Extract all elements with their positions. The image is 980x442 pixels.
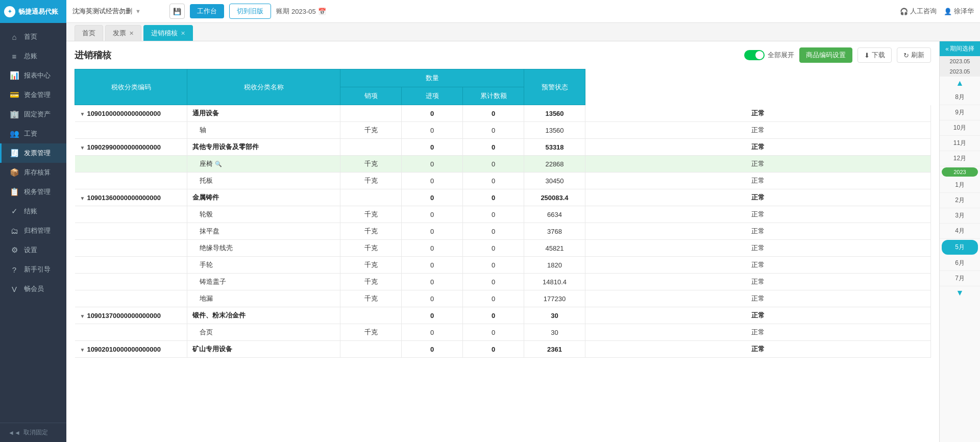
table-row: ▼10902990000000000000 其他专用设备及零部件 0 0 533…	[75, 139, 931, 156]
period-month-item[interactable]: 12月	[940, 151, 980, 166]
logo-icon: ✦	[4, 6, 15, 17]
period-month-item[interactable]: 2023	[942, 167, 978, 177]
total-cell: 2361	[524, 341, 585, 358]
sidebar-item-tax[interactable]: 📋 税务管理	[0, 182, 66, 202]
tab-close-icon[interactable]: ✕	[181, 30, 185, 37]
period-month-item[interactable]: 1月	[940, 178, 980, 193]
settings-icon: ⚙	[10, 245, 19, 255]
sidebar-item-funds[interactable]: 💳 资金管理	[0, 85, 66, 105]
user-info[interactable]: 👤 徐泽华	[944, 7, 974, 16]
collapse-arrow-icon[interactable]: ▼	[80, 111, 85, 117]
workspace-button[interactable]: 工作台	[190, 4, 224, 18]
sidebar-item-invoice[interactable]: 🧾 发票管理	[0, 143, 66, 163]
save-icon-btn[interactable]: 💾	[169, 4, 185, 19]
table-row: 绝缘导线壳 千克 0 0 45821 正常	[75, 240, 931, 257]
period-header[interactable]: « 期间选择	[940, 41, 980, 56]
period-scroll-up[interactable]: ▲	[940, 77, 980, 90]
status-cell: 正常	[585, 173, 931, 189]
guide-icon: ?	[10, 265, 19, 274]
sidebar-item-assets[interactable]: 🏢 固定资产	[0, 105, 66, 124]
calendar-icon: 📅	[318, 8, 326, 15]
sidebar-item-label-settings: 设置	[24, 245, 37, 255]
product-code-btn[interactable]: 商品编码设置	[799, 47, 852, 63]
table-row: 轮毂 千克 0 0 6634 正常	[75, 206, 931, 223]
switch-version-button[interactable]: 切到旧版	[229, 4, 271, 19]
purchase-qty-cell: 0	[463, 206, 524, 223]
sale-qty-cell: 0	[402, 290, 463, 307]
sidebar-item-ledger[interactable]: ≡ 总账	[0, 46, 66, 66]
sidebar-item-guide[interactable]: ? 新手引导	[0, 260, 66, 279]
period-month-item[interactable]: 6月	[940, 256, 980, 271]
period-value: 2023-05	[291, 8, 316, 15]
sidebar-item-inventory[interactable]: 📦 库存核算	[0, 163, 66, 182]
tab-发票[interactable]: 发票✕	[105, 25, 141, 41]
purchase-qty-cell: 0	[463, 257, 524, 274]
collapse-arrow-icon[interactable]: ▼	[80, 195, 85, 201]
status-cell: 正常	[585, 274, 931, 290]
unit-cell: 千克	[340, 173, 402, 189]
period-month-item[interactable]: 5月	[942, 240, 978, 255]
payroll-icon: 👥	[10, 129, 19, 138]
status-cell: 正常	[585, 105, 931, 122]
period-month-item[interactable]: 7月	[940, 271, 980, 286]
total-cell: 30	[524, 307, 585, 324]
invoice-icon: 🧾	[10, 149, 19, 158]
sidebar-item-archive[interactable]: 🗂 归档管理	[0, 221, 66, 240]
sidebar-item-settlement[interactable]: ✓ 结账	[0, 202, 66, 221]
table-row: 地漏 千克 0 0 177230 正常	[75, 290, 931, 307]
sidebar-item-settings[interactable]: ⚙ 设置	[0, 240, 66, 260]
collapse-arrow-icon[interactable]: ▼	[80, 145, 85, 151]
download-btn[interactable]: ⬇ 下载	[857, 47, 892, 63]
purchase-qty-cell: 0	[463, 223, 524, 240]
purchase-qty-cell: 0	[463, 189, 524, 206]
sale-qty-cell: 0	[402, 341, 463, 358]
period-month-item[interactable]: 11月	[940, 136, 980, 151]
company-selector[interactable]: 沈海英测试经营勿删 ▼	[72, 7, 164, 16]
period-scroll-down[interactable]: ▼	[940, 286, 980, 300]
th-qty-purchase: 进项	[402, 87, 463, 105]
period-month-item[interactable]: 2月	[940, 193, 980, 208]
sale-qty-cell: 0	[402, 156, 463, 173]
tab-首页[interactable]: 首页	[75, 25, 103, 41]
tab-close-icon[interactable]: ✕	[129, 30, 134, 37]
collapse-arrow-icon[interactable]: ▼	[80, 313, 85, 319]
tab-进销稽核[interactable]: 进销稽核✕	[143, 25, 193, 41]
sale-qty-cell: 0	[402, 257, 463, 274]
refresh-btn[interactable]: ↻ 刷新	[897, 47, 931, 63]
tax-name-cell: 锻件、粉末冶金件	[187, 307, 340, 324]
topbar-right: 🎧 人工咨询 👤 徐泽华	[900, 7, 974, 16]
unit-cell: 千克	[340, 122, 402, 139]
unit-cell	[340, 139, 402, 156]
period-month-item[interactable]: 4月	[940, 224, 980, 239]
period-month-item[interactable]: 8月	[940, 90, 980, 105]
tax-name-cell: 铸造盖子	[187, 274, 340, 290]
sidebar-item-label-payroll: 工资	[24, 129, 37, 138]
search-icon[interactable]: 🔍	[215, 161, 222, 167]
collapse-arrow-icon[interactable]: ▼	[80, 347, 85, 353]
purchase-qty-cell: 0	[463, 290, 524, 307]
page-title: 进销稽核	[75, 49, 111, 61]
tax-name-cell: 轴	[187, 122, 340, 139]
sidebar-item-home[interactable]: ⌂ 首页	[0, 27, 66, 46]
period-month-item[interactable]: 3月	[940, 208, 980, 224]
period-panel: « 期间选择 2023.05 2023.05 ▲ 8月9月10月11月12月20…	[939, 41, 980, 442]
period-month-item[interactable]: 10月	[940, 120, 980, 136]
expand-toggle[interactable]	[744, 50, 765, 60]
period-month-item[interactable]: 9月	[940, 105, 980, 120]
sidebar-item-member[interactable]: V 畅会员	[0, 279, 66, 299]
sidebar-item-label-guide: 新手引导	[24, 265, 51, 274]
sidebar-item-reports[interactable]: 📊 报表中心	[0, 66, 66, 85]
tax-code-cell	[75, 290, 187, 307]
unit-cell: 千克	[340, 156, 402, 173]
th-qty-sale: 销项	[340, 87, 402, 105]
company-name: 沈海英测试经营勿删	[72, 7, 132, 16]
tax-name-cell: 抹平盘	[187, 223, 340, 240]
sale-qty-cell: 0	[402, 105, 463, 122]
status-cell: 正常	[585, 257, 931, 274]
support-btn[interactable]: 🎧 人工咨询	[900, 7, 937, 16]
sidebar-item-label-settlement: 结账	[24, 207, 37, 216]
chevron-left-icon: «	[945, 45, 949, 53]
sidebar-collapse-btn[interactable]: ◄◄ 取消固定	[0, 423, 66, 442]
tax-name-cell: 通用设备	[187, 105, 340, 122]
sidebar-item-payroll[interactable]: 👥 工资	[0, 124, 66, 143]
